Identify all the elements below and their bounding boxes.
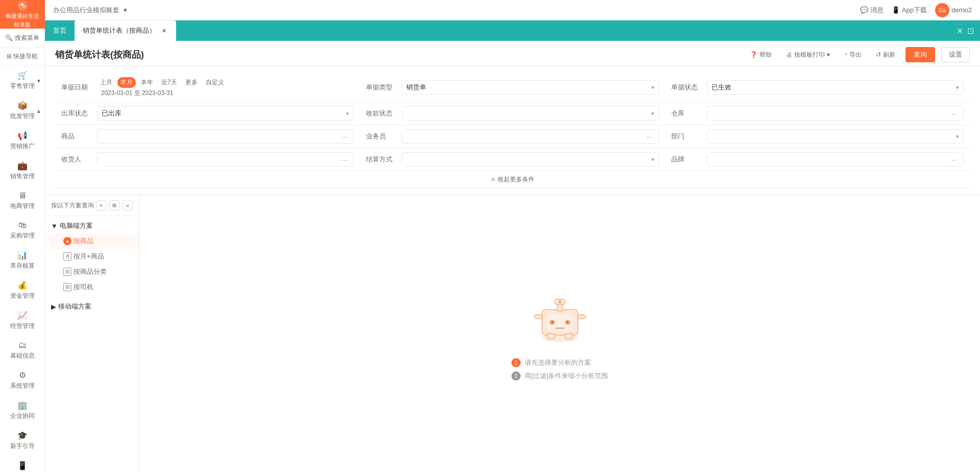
scheme-item-by-category[interactable]: 回 按商品分类 xyxy=(49,264,139,279)
message-label: 消息 xyxy=(870,6,884,15)
shortcut-last-month[interactable]: 上月 xyxy=(97,77,115,88)
recipient-ellipsis-icon[interactable]: ··· xyxy=(339,156,349,163)
scheme-item-by-month-goods[interactable]: 月 按月+商品 xyxy=(49,249,139,264)
topbar-left: 办公用品行业模拟账套 ▾ xyxy=(53,6,127,15)
refresh-btn[interactable]: ↺ 刷新 xyxy=(872,49,899,61)
scheme-item-by-driver-label: 按司机 xyxy=(74,282,93,292)
tab-sales-stats-label: 销货单统计表（按商品） xyxy=(83,26,156,35)
tab-sales-stats[interactable]: 销货单统计表（按商品） ✕ xyxy=(75,20,176,41)
dept-input[interactable]: ▾ xyxy=(707,129,964,144)
maximize-btn[interactable]: ⊡ xyxy=(967,26,974,36)
svg-rect-9 xyxy=(555,327,565,329)
sidebar-item-system-label: 系统管理 xyxy=(10,382,35,390)
collapse-bar[interactable]: ∧ 收起更多条件 xyxy=(55,171,970,188)
print-icon: 🖨 xyxy=(786,51,792,58)
help-btn[interactable]: ❓ 帮助 xyxy=(746,49,776,61)
doc-status-input[interactable]: 已生效 ▾ xyxy=(707,80,964,95)
query-btn[interactable]: 查询 xyxy=(905,47,935,62)
filter-payment-method: 结算方式 ▾ xyxy=(360,148,665,171)
user-area[interactable]: Ea demo2 xyxy=(935,3,972,17)
sidebar-item-finance[interactable]: 💰 资金管理 xyxy=(0,275,44,305)
sidebar-item-retail-label: 零售管理 xyxy=(10,82,35,90)
goods-ellipsis-icon[interactable]: ··· xyxy=(339,133,349,140)
logo[interactable]: 畅捷通好生意 标准版 xyxy=(0,0,45,29)
settings-scheme-btn[interactable]: ⚙ xyxy=(109,200,119,210)
sidebar-item-retail[interactable]: 🛒 零售管理 ▼ xyxy=(0,65,44,96)
print-dropdown-icon: ▾ xyxy=(827,51,830,58)
app-download-btn[interactable]: 📱 App下载 xyxy=(892,6,927,15)
sidebar-item-sales[interactable]: 💼 销售管理 xyxy=(0,156,44,186)
sidebar-item-marketing-label: 营销推广 xyxy=(10,142,35,151)
sidebar-item-ecommerce-label: 电商管理 xyxy=(10,202,35,210)
tab-close-icon[interactable]: ✕ xyxy=(160,27,168,35)
sidebar-item-purchase-label: 采购管理 xyxy=(10,231,35,240)
shortcut-this-year[interactable]: 本年 xyxy=(138,77,156,88)
recipient-input[interactable]: ··· xyxy=(97,152,354,167)
search-menu-item[interactable]: 🔍 搜索菜单 xyxy=(0,29,44,48)
add-scheme-btn[interactable]: + xyxy=(96,200,106,210)
workspace-dropdown-icon[interactable]: ▾ xyxy=(124,6,127,14)
inventory-icon: 📊 xyxy=(17,250,28,260)
collapse-panel-btn[interactable]: « xyxy=(122,200,133,210)
sidebar-item-guide[interactable]: 🎓 新手引导 xyxy=(0,426,44,456)
shortcut-7days[interactable]: 近7天 xyxy=(158,77,180,88)
filter-row-3: 商品 ··· 业务员 ··· 部门 xyxy=(55,125,970,148)
sales-rep-input[interactable]: ··· xyxy=(402,129,658,144)
date-shortcuts: 上月 本月 本年 近7天 更多 自定义 xyxy=(97,77,354,88)
filter-date: 单据日期 上月 本月 本年 近7天 更多 自定义 2023-03-01 至 20… xyxy=(55,73,360,102)
topbar-right: 💬 消息 📱 App下载 Ea demo2 xyxy=(860,3,972,17)
template-print-btn[interactable]: 🖨 按模板打印 ▾ xyxy=(782,49,834,61)
sidebar-item-purchase[interactable]: 🛍 采购管理 xyxy=(0,216,44,245)
scheme-item-by-month-goods-label: 按月+商品 xyxy=(74,252,104,261)
warehouse-ellipsis-icon[interactable]: ··· xyxy=(949,110,959,117)
brand-ellipsis-icon[interactable]: ··· xyxy=(949,156,959,163)
sidebar-item-ecommerce[interactable]: 🖥 电商管理 xyxy=(0,186,44,216)
tab-bar-right: ✕ ⊡ xyxy=(957,26,980,36)
scheme-item-by-driver[interactable]: 回 按司机 xyxy=(49,279,139,295)
settings-btn[interactable]: 设置 xyxy=(941,47,970,62)
warehouse-input[interactable]: ··· xyxy=(707,106,964,121)
mobile-scheme-group-header[interactable]: ▶ 移动端方案 xyxy=(45,299,139,314)
brand-input[interactable]: ··· xyxy=(707,152,964,167)
content-body: 按以下方案查询 + ⚙ « ▼ 电脑端方案 ● xyxy=(45,195,980,472)
shortcut-this-month[interactable]: 本月 xyxy=(117,77,136,88)
sidebar-item-operations[interactable]: 📈 经营管理 xyxy=(0,305,44,336)
topbar: 办公用品行业模拟账套 ▾ 💬 消息 📱 App下载 Ea demo2 xyxy=(45,0,980,20)
filter-sales-rep: 业务员 ··· xyxy=(360,125,665,148)
goods-input[interactable]: ··· xyxy=(97,129,354,144)
sidebar-item-appcenter[interactable]: 📱 应用中心 xyxy=(0,456,44,472)
scheme-item-by-goods[interactable]: ● 按商品 xyxy=(49,233,139,249)
payment-status-input[interactable]: ▾ xyxy=(402,106,658,121)
export-btn[interactable]: ↑ 导出 xyxy=(840,49,866,61)
payment-method-label: 结算方式 xyxy=(366,155,402,164)
tip-2-num: 2 xyxy=(511,371,521,381)
stock-status-input[interactable]: 已出库 ▾ xyxy=(97,106,354,121)
shortcut-custom[interactable]: 自定义 xyxy=(203,77,227,88)
filter-warehouse: 仓库 ··· xyxy=(665,102,970,125)
message-btn[interactable]: 💬 消息 xyxy=(860,6,884,15)
sales-rep-ellipsis-icon[interactable]: ··· xyxy=(645,133,654,140)
sidebar-item-inventory[interactable]: 📊 库存核算 xyxy=(0,245,44,275)
shortcut-more[interactable]: 更多 xyxy=(182,77,201,88)
tab-home[interactable]: 首页 xyxy=(45,20,75,41)
doc-type-input[interactable]: 销货单 ▾ xyxy=(402,80,658,95)
sidebar-item-marketing[interactable]: 📢 营销推广 xyxy=(0,126,44,156)
pc-scheme-group-header[interactable]: ▼ 电脑端方案 xyxy=(45,218,139,233)
appcenter-icon: 📱 xyxy=(17,461,28,470)
basic-icon: 🗂 xyxy=(18,341,27,350)
sidebar-item-wholesale[interactable]: 📦 批发管理 ▲ xyxy=(0,96,44,126)
payment-method-input[interactable]: ▾ xyxy=(402,152,658,167)
sidebar-item-guide-label: 新手引导 xyxy=(10,442,35,451)
tip-2-text: 用[过滤]条件来缩小分析范围 xyxy=(525,371,608,381)
sidebar-item-enterprise[interactable]: 🏢 企业协同 xyxy=(0,395,44,426)
sidebar-item-basic[interactable]: 🗂 基础信息 xyxy=(0,336,44,365)
right-content: 1 请先选择要分析的方案 2 用[过滤]条件来缩小分析范围 xyxy=(139,195,980,472)
payment-method-dropdown-icon: ▾ xyxy=(651,156,654,163)
quick-nav-item[interactable]: ⊞ 快捷导航 xyxy=(0,48,44,65)
close-window-btn[interactable]: ✕ xyxy=(957,26,963,36)
help-label: 帮助 xyxy=(760,51,772,59)
app-download-label: App下载 xyxy=(902,6,927,15)
left-panel-header: 按以下方案查询 + ⚙ « xyxy=(45,195,139,216)
sidebar-item-system[interactable]: ⚙ 系统管理 xyxy=(0,365,44,395)
tip-1-text: 请先选择要分析的方案 xyxy=(525,358,591,367)
